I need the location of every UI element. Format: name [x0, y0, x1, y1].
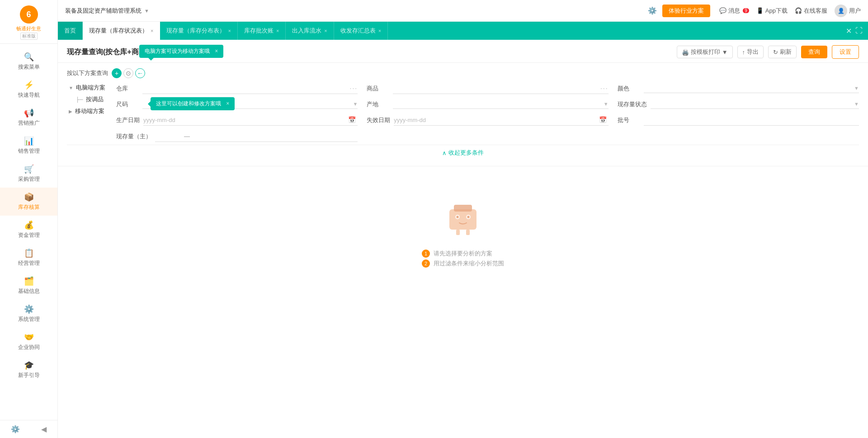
app-action[interactable]: 📱 App下载 [756, 7, 788, 15]
purchase-icon: 🛒 [24, 164, 34, 174]
filter-field-expire-date: 失效日期 yyyy-mm-dd 📅 [367, 114, 608, 126]
print-button[interactable]: 🖨️ 按模板打印 ▼ [677, 46, 733, 58]
add-scheme-icon[interactable]: + [112, 68, 122, 78]
support-action[interactable]: 🎧 在线客服 [795, 7, 827, 15]
tip2-text: 用过滤条件来缩小分析范围 [434, 259, 504, 268]
stock-qty-min-input[interactable] [155, 133, 182, 140]
refresh-icon: ↻ [773, 49, 778, 56]
tooltip1-close[interactable]: × [215, 48, 218, 54]
sidebar-item-basic[interactable]: 🗂️ 基础信息 [0, 272, 57, 300]
operation-icon: 📋 [24, 248, 34, 258]
stock-qty-max-input[interactable] [192, 133, 219, 140]
sidebar-item-inventory[interactable]: 📦 库存核算 [0, 188, 57, 216]
sidebar-item-guide-label: 新手引导 [18, 372, 40, 379]
svg-rect-0 [449, 209, 476, 230]
tab-receive-summary[interactable]: 收发存汇总表 × [334, 22, 388, 40]
tab-inventory-status-close[interactable]: × [151, 28, 153, 33]
produce-date-calendar-icon[interactable]: 📅 [348, 116, 356, 123]
set-button[interactable]: 设置 [832, 45, 859, 59]
expire-date-input[interactable]: yyyy-mm-dd 📅 [394, 114, 608, 126]
footer-collapse-btn[interactable]: ◀ [41, 425, 47, 433]
sidebar-item-finance[interactable]: 💰 资金管理 [0, 216, 57, 244]
logo-icon: 6 [20, 5, 38, 24]
sidebar-item-sales[interactable]: 📊 销售管理 [0, 132, 57, 160]
expire-date-calendar-icon[interactable]: 📅 [599, 116, 607, 123]
svg-rect-7 [466, 230, 470, 235]
goods-input[interactable]: ··· [393, 83, 608, 94]
filter-field-stock-status: 现存量状态 ▼ [618, 99, 859, 109]
quick-nav-icon: ⚡ [24, 80, 34, 90]
batch-input[interactable] [644, 115, 859, 126]
color-arrow: ▼ [854, 85, 859, 91]
scheme-mobile-label: 移动端方案 [75, 107, 104, 115]
logo-area: 6 畅通好生意 标准版 [0, 0, 57, 44]
tab-inventory-dist-close[interactable]: × [228, 28, 231, 33]
refresh-button[interactable]: ↻ 刷新 [768, 46, 797, 58]
sales-icon: 📊 [24, 136, 34, 146]
user-avatar: 👤 [835, 5, 847, 17]
headset-icon: 🎧 [795, 7, 802, 14]
tab-in-out-flow-close[interactable]: × [324, 28, 327, 33]
tab-inventory-status[interactable]: 现存量（库存状况表） × [83, 22, 160, 40]
color-select[interactable]: ▼ [644, 84, 859, 93]
produce-date-input[interactable]: yyyy-mm-dd 📅 [143, 114, 358, 126]
collapse-label: 收起更多条件 [448, 149, 484, 157]
enterprise-icon: 🤝 [24, 332, 34, 342]
sidebar-item-operation[interactable]: 📋 经营管理 [0, 244, 57, 272]
warehouse-input[interactable]: ··· [142, 83, 358, 94]
footer-settings-btn[interactable]: ⚙️ [11, 425, 20, 433]
tooltip2-text: 这里可以创建和修改方案哦 [156, 100, 221, 107]
tab-maximize-icon[interactable]: ⛶ [855, 27, 863, 35]
messages-icon: 💬 [719, 7, 726, 14]
system-dropdown-arrow[interactable]: ▼ [144, 8, 149, 14]
sidebar-item-enterprise[interactable]: 🤝 企业协同 [0, 328, 57, 356]
tab-home[interactable]: 首页 [58, 22, 83, 40]
filter-field-origin: 产地 ▼ [367, 99, 608, 109]
tab-batch-account[interactable]: 库存批次账 × [238, 22, 286, 40]
sidebar-item-purchase[interactable]: 🛒 采购管理 [0, 160, 57, 188]
range-dash: — [184, 133, 190, 140]
tab-in-out-flow[interactable]: 出入库流水 × [286, 22, 334, 40]
scheme-item-1[interactable]: ├─ 按调品 [67, 94, 107, 104]
tab-receive-summary-close[interactable]: × [378, 28, 381, 33]
back-arrow-icon[interactable]: ← [135, 68, 145, 78]
sidebar-item-search[interactable]: 🔍 搜索菜单 [0, 47, 57, 75]
tab-home-label: 首页 [64, 27, 76, 35]
scheme-item-desktop[interactable]: ▼ 电脑端方案 [67, 83, 107, 93]
tooltip2-close[interactable]: × [226, 100, 229, 107]
tab-bar: 首页 现存量（库存状况表） × 现存量（库存分布表） × 库存批次账 × 出入库… [58, 22, 868, 40]
sidebar-item-quick[interactable]: ⚡ 快速导航 [0, 75, 57, 104]
export-button[interactable]: ↑ 导出 [737, 46, 764, 58]
sidebar-item-guide[interactable]: 🎓 新手引导 [0, 356, 57, 384]
origin-select[interactable]: ▼ [393, 99, 608, 109]
trial-button[interactable]: 体验行业方案 [662, 5, 710, 17]
logo-badge: 标准版 [20, 33, 38, 40]
scheme-item1-label: 按调品 [86, 95, 104, 104]
main-area: 装备及固定资产辅助管理系统 ▼ ⚙️ 体验行业方案 💬 消息 9 📱 App下载… [58, 0, 868, 438]
gear-button[interactable]: ⚙️ [648, 6, 657, 15]
copy-scheme-icon[interactable]: ⊙ [123, 68, 133, 78]
tab-batch-account-close[interactable]: × [276, 28, 279, 33]
sidebar-item-system[interactable]: ⚙️ 系统管理 [0, 300, 57, 328]
export-label: 导出 [747, 48, 759, 56]
sidebar-item-inventory-label: 库存核算 [18, 203, 40, 211]
system-name-text: 装备及固定资产辅助管理系统 [65, 7, 142, 15]
messages-label: 消息 [728, 7, 740, 15]
page-actions: 🖨️ 按模板打印 ▼ ↑ 导出 ↻ 刷新 查询 设置 [677, 45, 859, 59]
empty-state: 1 请先选择要分析的方案 2 用过滤条件来缩小分析范围 [58, 166, 868, 297]
tab-inventory-dist[interactable]: 现存量（库存分布表） × [160, 22, 237, 40]
tab-close-all-icon[interactable]: ✕ [846, 27, 852, 35]
filter-field-color: 颜色 ▼ [618, 83, 859, 94]
tooltip1-text: 电脑方案可设为移动方案哦 [145, 48, 210, 54]
sidebar-item-finance-label: 资金管理 [18, 231, 40, 239]
messages-action[interactable]: 💬 消息 9 [719, 7, 749, 15]
scheme-item-mobile[interactable]: ▶ 移动端方案 [67, 106, 107, 116]
stock-status-select[interactable]: ▼ [651, 99, 859, 109]
collapse-row[interactable]: ∧ 收起更多条件 [67, 145, 859, 160]
print-icon: 🖨️ [682, 49, 689, 56]
search-button[interactable]: 查询 [801, 46, 827, 58]
sidebar-item-marketing[interactable]: 📢 营销推广 [0, 104, 57, 132]
filter-field-warehouse: 仓库 ··· [116, 83, 358, 94]
tab-inventory-dist-label: 现存量（库存分布表） [166, 27, 225, 35]
user-action[interactable]: 👤 用户 [835, 5, 861, 17]
